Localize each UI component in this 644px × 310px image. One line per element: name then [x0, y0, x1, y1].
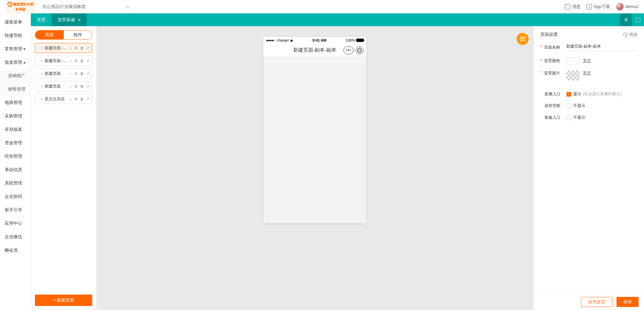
- delete-icon[interactable]: 🗑: [79, 97, 84, 101]
- account-selector[interactable]: 办公用品行业模拟账套: [42, 4, 129, 10]
- page-name-input[interactable]: 新建页面-副本-副本: [566, 44, 637, 51]
- nav-item[interactable]: 电商管理: [0, 96, 31, 109]
- nav-item[interactable]: 经营管理: [0, 150, 31, 163]
- phone-preview: ●●●●○chanjet◉ 9:41 AM 100% 新建页面-副本-副本 ••…: [263, 37, 366, 223]
- new-page-button[interactable]: + 新建页面: [35, 295, 92, 306]
- copy-icon[interactable]: ⧉: [74, 58, 78, 63]
- brand-logo[interactable]: b畅捷通好生意 标准版: [5, 0, 36, 13]
- nav-item[interactable]: 畅会员: [0, 244, 31, 257]
- nav-item[interactable]: 采购管理: [0, 109, 31, 123]
- tab-bar: 首页 首页装修✕ ✕: [31, 13, 644, 26]
- bottom-nav-checkbox[interactable]: [567, 104, 571, 108]
- sidebar: 搜索菜单快捷导航零售管理批发管理营销推广销售管理电商管理采购管理库存核算资金管理…: [0, 13, 31, 310]
- copy-icon[interactable]: ⧉: [74, 84, 78, 89]
- tab-close-icon[interactable]: ✕: [78, 18, 81, 22]
- seg-page[interactable]: 页面: [35, 31, 64, 39]
- logo-icon: b: [7, 2, 13, 7]
- open-icon[interactable]: ↗: [85, 84, 90, 89]
- delete-icon[interactable]: 🗑: [79, 58, 84, 63]
- page-item[interactable]: ⋮≡新建页面-副本⌂⧉🗑↗: [35, 56, 92, 66]
- nav-sub-item[interactable]: 销售管理: [0, 83, 31, 96]
- chevron-down-icon: [125, 3, 130, 8]
- fullscreen-icon: [636, 18, 640, 22]
- cs-entry-checkbox[interactable]: [567, 115, 571, 120]
- top-bar: b畅捷通好生意 标准版 办公用品行业模拟账套 ⋯消息 ▯App下载 demo2: [0, 0, 644, 13]
- menu-fab[interactable]: [517, 33, 529, 45]
- nav-item[interactable]: 基础信息: [0, 163, 31, 176]
- nav-item[interactable]: 新手引导: [0, 203, 31, 217]
- page-label: 新建页面-副本...: [45, 45, 66, 51]
- home-icon[interactable]: ⌂: [68, 97, 73, 101]
- open-icon[interactable]: ↗: [85, 58, 90, 63]
- copy-icon[interactable]: ⧉: [74, 71, 78, 76]
- live-entry-checkbox[interactable]: ✓: [567, 92, 571, 97]
- nav-item[interactable]: 零售管理: [0, 42, 31, 56]
- drag-icon: ⋮≡: [37, 46, 43, 50]
- page-item[interactable]: ⋮≡昊天文具店⌂⧉🗑↗: [35, 94, 92, 104]
- phone-clock: 9:41 AM: [293, 38, 346, 42]
- left-panel: 页面 组件 ⋮≡新建页面-副本...⌂⧉🗑↗⋮≡新建页面-副本⌂⧉🗑↗⋮≡新建页…: [31, 26, 96, 310]
- open-icon[interactable]: ↗: [85, 71, 90, 76]
- fullscreen-button[interactable]: [632, 13, 644, 26]
- tab-decorate[interactable]: 首页装修✕: [52, 13, 87, 26]
- brand-name: 畅捷通好生意: [13, 2, 34, 7]
- open-icon[interactable]: ↗: [85, 46, 90, 50]
- tab-home[interactable]: 首页: [31, 13, 52, 26]
- signal-icon: ●●●●○: [266, 38, 275, 42]
- bg-image-picker[interactable]: [566, 70, 580, 81]
- nav-item[interactable]: 应用中心: [0, 217, 31, 230]
- nav-item[interactable]: 库存核算: [0, 123, 31, 136]
- nav-item[interactable]: 批发管理: [0, 56, 31, 69]
- home-icon[interactable]: ⌂: [68, 71, 73, 76]
- user-menu[interactable]: demo2: [616, 3, 639, 10]
- bg-image-reset[interactable]: 重置: [583, 70, 591, 76]
- delete-icon[interactable]: 🗑: [79, 46, 84, 50]
- drag-icon: ⋮≡: [37, 59, 43, 63]
- page-item[interactable]: ⋮≡新建页面⌂⧉🗑↗: [35, 68, 92, 79]
- field-live-entry: 直播入口 ✓ 显示 (仅当进行直播时展示): [540, 91, 637, 97]
- set-home-button[interactable]: 设为首页: [581, 297, 612, 307]
- field-bg-color: * 背景颜色 重置: [540, 57, 637, 64]
- delete-icon[interactable]: 🗑: [79, 71, 84, 76]
- page-item[interactable]: ⋮≡新建页面-副本...⌂⧉🗑↗: [35, 43, 92, 53]
- home-icon[interactable]: ⌂: [68, 84, 73, 89]
- copy-icon[interactable]: ⧉: [74, 46, 78, 50]
- phone-title: 新建页面-副本-副本: [293, 47, 337, 53]
- phone-body[interactable]: [263, 57, 366, 223]
- page-list: ⋮≡新建页面-副本...⌂⧉🗑↗⋮≡新建页面-副本⌂⧉🗑↗⋮≡新建页面⌂⧉🗑↗⋮…: [35, 43, 92, 104]
- drag-icon: ⋮≡: [37, 84, 43, 89]
- field-cs-entry: 客服入口 不显示: [540, 115, 637, 120]
- page-label: 新建页面: [45, 71, 66, 76]
- open-icon[interactable]: ↗: [85, 97, 90, 101]
- close-panel-button[interactable]: ✕: [620, 13, 632, 26]
- right-panel: 页面设置 视频 * 页面名称 新建页面-副本-副本 * 背景颜色 重置: [533, 26, 644, 310]
- home-icon[interactable]: ⌂: [68, 46, 73, 50]
- save-button[interactable]: 保存: [616, 297, 639, 307]
- field-page-name: * 页面名称 新建页面-副本-副本: [540, 44, 637, 51]
- messages-link[interactable]: ⋯消息: [565, 4, 581, 10]
- page-item[interactable]: ⋮≡新建页面⌂⧉🗑↗: [35, 81, 92, 91]
- avatar: [616, 3, 624, 10]
- bg-color-swatch[interactable]: [566, 57, 580, 64]
- nav-item[interactable]: 企业协同: [0, 190, 31, 203]
- bg-color-reset[interactable]: 重置: [583, 58, 591, 64]
- nav-item[interactable]: 快捷导航: [0, 29, 31, 42]
- nav-item[interactable]: 系统管理: [0, 176, 31, 190]
- battery-icon: [356, 39, 364, 42]
- seg-component[interactable]: 组件: [64, 31, 92, 39]
- video-link[interactable]: 视频: [623, 32, 637, 38]
- copy-icon[interactable]: ⧉: [74, 97, 78, 101]
- app-download-link[interactable]: ▯App下载: [587, 4, 610, 10]
- panel-footer: 设为首页 保存: [534, 293, 644, 310]
- home-icon[interactable]: ⌂: [68, 58, 73, 63]
- phone-more-button[interactable]: •••: [343, 46, 354, 54]
- nav-sub-item[interactable]: 营销推广: [0, 69, 31, 83]
- preview-canvas: ●●●●○chanjet◉ 9:41 AM 100% 新建页面-副本-副本 ••…: [96, 26, 533, 310]
- delete-icon[interactable]: 🗑: [79, 84, 84, 89]
- nav-item[interactable]: 企业微信: [0, 230, 31, 244]
- phone-icon: ▯: [587, 4, 592, 9]
- nav-item[interactable]: 搜索菜单: [0, 15, 31, 29]
- page-label: 新建页面: [45, 84, 66, 89]
- phone-target-button[interactable]: [356, 46, 364, 54]
- nav-item[interactable]: 资金管理: [0, 136, 31, 150]
